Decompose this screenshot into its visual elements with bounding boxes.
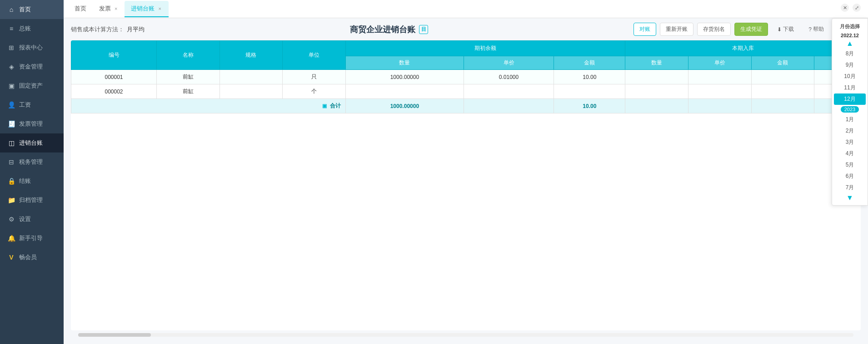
month-item-3[interactable]: 3月 bbox=[832, 137, 868, 148]
total-label-cell: ▣ 合计 bbox=[71, 99, 346, 113]
sidebar-item-payroll[interactable]: 👤 工资 bbox=[0, 95, 64, 114]
cost-method-label: 销售成本计算方法： bbox=[71, 25, 124, 34]
tab-invoice[interactable]: 发票 × bbox=[93, 1, 125, 17]
month-item-10[interactable]: 10月 bbox=[832, 71, 868, 82]
reopen-button[interactable]: 重新开账 bbox=[660, 23, 693, 36]
sidebar-label-finance: 资金管理 bbox=[19, 63, 43, 71]
sidebar-item-vip[interactable]: V 畅会员 bbox=[0, 248, 64, 267]
page-title: 商贸企业进销台账 bbox=[350, 24, 415, 35]
col-subheader-in-price: 单价 bbox=[688, 56, 752, 70]
download-icon: ⬇ bbox=[777, 26, 782, 33]
cost-method: 销售成本计算方法： 月平均 bbox=[71, 25, 145, 34]
title-icon-btn[interactable]: 目 bbox=[419, 25, 428, 34]
download-button[interactable]: ⬇ 下载 bbox=[772, 23, 799, 35]
month-item-7[interactable]: 7月 bbox=[832, 182, 868, 193]
month-nav-up-btn[interactable]: ▲ bbox=[844, 40, 855, 47]
window-maximize-button[interactable]: ⤢ bbox=[853, 4, 861, 12]
month-item-11[interactable]: 11月 bbox=[832, 82, 868, 93]
reconcile-button[interactable]: 对账 bbox=[634, 23, 656, 36]
table-row: 000002 前缸 个 bbox=[71, 84, 861, 99]
table-total-row: ▣ 合计 1000.00000 10.00 bbox=[71, 99, 861, 113]
col-subheader-in-qty: 数量 bbox=[625, 56, 688, 70]
cell-opening-amount-1: 10.00 bbox=[554, 70, 625, 84]
cell-code-2: 000002 bbox=[71, 84, 157, 99]
window-close-button[interactable]: ✕ bbox=[841, 4, 849, 12]
tax-icon: ⊟ bbox=[7, 158, 15, 166]
page-content: 销售成本计算方法： 月平均 商贸企业进销台账 目 对账 重新开账 存货别名 生成… bbox=[64, 18, 868, 344]
month-year-2022: 2022.12 bbox=[832, 32, 868, 39]
scrollbar-thumb[interactable] bbox=[78, 333, 151, 337]
month-item-2[interactable]: 2月 bbox=[832, 125, 868, 137]
cell-opening-amount-2 bbox=[554, 84, 625, 99]
table-container: 编号 名称 规格 单位 期初余额 本期入库 数量 单价 金额 数量 单价 金额 bbox=[71, 40, 861, 330]
sidebar-item-reports[interactable]: ⊞ 报表中心 bbox=[0, 38, 64, 57]
table-row: 000001 前缸 只 1000.00000 0.01000 10.00 bbox=[71, 70, 861, 84]
cell-in-amount-1 bbox=[751, 70, 814, 84]
sidebar-item-archive[interactable]: 📁 归档管理 bbox=[0, 191, 64, 210]
cell-opening-qty-2 bbox=[345, 84, 464, 99]
sidebar-item-purchase-sale[interactable]: ◫ 进销台账 bbox=[0, 133, 64, 152]
month-selector-panel: 月份选择 2022.12 ▲ 8月 9月 10月 11月 12月 2023 1月… bbox=[832, 18, 868, 206]
close-accounts-icon: 🔒 bbox=[7, 177, 15, 185]
month-item-6[interactable]: 6月 bbox=[832, 171, 868, 182]
sidebar-item-finance[interactable]: ◈ 资金管理 bbox=[0, 57, 64, 76]
sidebar-label-reports: 报表中心 bbox=[19, 44, 43, 52]
col-header-unit: 单位 bbox=[283, 41, 346, 70]
month-item-5[interactable]: 5月 bbox=[832, 159, 868, 171]
month-nav-down-btn[interactable]: ▼ bbox=[844, 194, 855, 201]
cell-name-2: 前缸 bbox=[157, 84, 220, 99]
sidebar-item-home[interactable]: ⌂ 首页 bbox=[0, 0, 64, 19]
sidebar-label-settings: 设置 bbox=[19, 215, 31, 223]
month-item-9[interactable]: 9月 bbox=[832, 59, 868, 71]
top-bar: 销售成本计算方法： 月平均 商贸企业进销台账 目 对账 重新开账 存货别名 生成… bbox=[71, 23, 861, 36]
purchase-sale-icon: ◫ bbox=[7, 139, 15, 147]
total-label: 合计 bbox=[330, 103, 341, 109]
total-icon: ▣ bbox=[322, 103, 327, 108]
total-opening-qty: 1000.00000 bbox=[345, 99, 464, 113]
home-icon: ⌂ bbox=[7, 6, 15, 13]
horizontal-scrollbar[interactable] bbox=[71, 330, 861, 339]
settings-icon: ⚙ bbox=[7, 216, 15, 223]
save-alias-button[interactable]: 存货别名 bbox=[697, 23, 731, 36]
sidebar-label-archive: 归档管理 bbox=[19, 196, 43, 204]
month-nav-up: ▲ bbox=[832, 39, 868, 48]
generate-voucher-button[interactable]: 生成凭证 bbox=[734, 23, 768, 36]
cell-code-1: 000001 bbox=[71, 70, 157, 84]
month-item-12[interactable]: 12月 bbox=[834, 93, 866, 105]
total-opening-amount: 10.00 bbox=[554, 99, 625, 113]
sidebar-item-close-accounts[interactable]: 🔒 结账 bbox=[0, 172, 64, 191]
col-header-current-in: 本期入库 bbox=[625, 41, 861, 56]
tab-home[interactable]: 首页 bbox=[68, 1, 93, 17]
sidebar-item-tax[interactable]: ⊟ 税务管理 bbox=[0, 152, 64, 172]
col-header-spec: 规格 bbox=[219, 41, 283, 70]
sidebar-item-settings[interactable]: ⚙ 设置 bbox=[0, 210, 64, 229]
col-subheader-opening-amount: 金额 bbox=[554, 56, 625, 70]
month-item-8[interactable]: 8月 bbox=[832, 48, 868, 59]
tab-bar: 首页 发票 × 进销台账 × bbox=[64, 0, 868, 18]
col-subheader-in-amount: 金额 bbox=[751, 56, 814, 70]
cell-in-amount-2 bbox=[751, 84, 814, 99]
sidebar-item-ledger[interactable]: ≡ 总账 bbox=[0, 19, 64, 38]
month-item-4[interactable]: 4月 bbox=[832, 148, 868, 159]
assets-icon: ▣ bbox=[7, 82, 15, 89]
cell-in-price-2 bbox=[688, 84, 752, 99]
sidebar-item-assets[interactable]: ▣ 固定资产 bbox=[0, 76, 64, 95]
col-header-opening: 期初余额 bbox=[345, 41, 625, 56]
cell-unit-1: 只 bbox=[283, 70, 346, 84]
cell-in-price-1 bbox=[688, 70, 752, 84]
window-controls: ✕ ⤢ bbox=[841, 4, 861, 12]
tab-invoice-close[interactable]: × bbox=[114, 6, 118, 11]
sidebar-label-home: 首页 bbox=[19, 5, 31, 14]
sidebar-label-invoice-mgmt: 发票管理 bbox=[19, 120, 43, 128]
month-item-1[interactable]: 1月 bbox=[832, 114, 868, 125]
cell-name-1: 前缸 bbox=[157, 70, 220, 84]
sidebar-item-guide[interactable]: 🔔 新手引导 bbox=[0, 229, 64, 248]
ledger-icon: ≡ bbox=[7, 25, 15, 32]
sidebar-item-invoice-mgmt[interactable]: 🧾 发票管理 bbox=[0, 114, 64, 133]
cell-opening-price-2 bbox=[464, 84, 554, 99]
archive-icon: 📁 bbox=[7, 197, 15, 204]
tab-purchase-sale-ledger[interactable]: 进销台账 × bbox=[125, 1, 168, 17]
tab-purchase-sale-close[interactable]: × bbox=[157, 6, 162, 11]
sidebar: ⌂ 首页 ≡ 总账 ⊞ 报表中心 ◈ 资金管理 ▣ 固定资产 👤 工资 🧾 发票… bbox=[0, 0, 64, 344]
help-button[interactable]: ? 帮助 bbox=[803, 23, 829, 35]
